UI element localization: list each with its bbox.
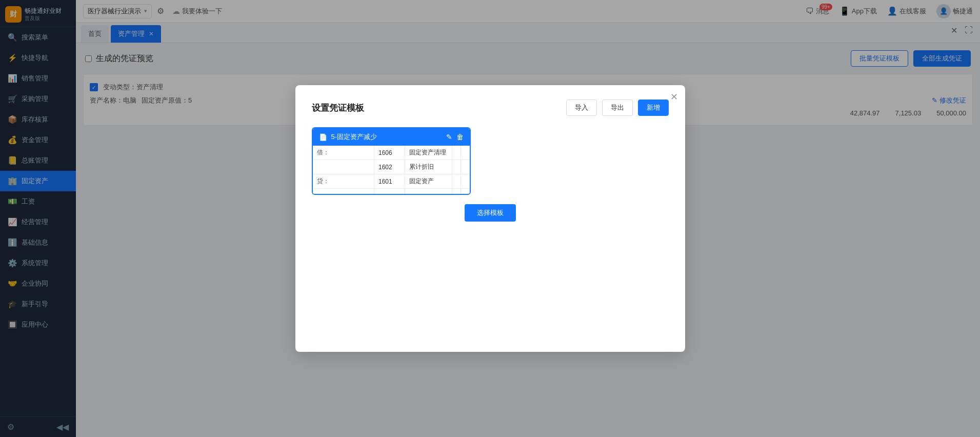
modal-header: 设置凭证模板 导入 导出 新增 bbox=[312, 100, 669, 116]
template-card-body: 借： 1606 固定资产清理 1602 累计折旧 贷： bbox=[313, 146, 470, 194]
new-btn[interactable]: 新增 bbox=[638, 100, 669, 116]
modal-header-actions: 导入 导出 新增 bbox=[566, 100, 669, 116]
template-edit-icon[interactable]: ✎ bbox=[446, 133, 452, 141]
entry-account: 累计折旧 bbox=[405, 160, 452, 174]
template-card-title: 5-固定资产减少 bbox=[331, 132, 377, 142]
entry-code: 1606 bbox=[374, 146, 405, 160]
template-card-title-area: 📄 5-固定资产减少 bbox=[319, 132, 377, 142]
entry-account: 固定资产清理 bbox=[405, 146, 452, 160]
table-row: 1602 累计折旧 bbox=[313, 160, 470, 174]
table-row bbox=[313, 189, 470, 194]
select-template-btn[interactable]: 选择模板 bbox=[465, 204, 516, 222]
template-doc-icon: 📄 bbox=[319, 133, 327, 141]
entry-debit bbox=[452, 189, 461, 194]
entry-code: 1602 bbox=[374, 160, 405, 174]
template-table: 借： 1606 固定资产清理 1602 累计折旧 贷： bbox=[313, 146, 470, 194]
entry-direction: 借： bbox=[313, 146, 374, 160]
entry-debit bbox=[452, 160, 461, 174]
entry-direction bbox=[313, 189, 374, 194]
entry-credit bbox=[461, 146, 470, 160]
modal-close-btn[interactable]: ✕ bbox=[670, 92, 678, 102]
template-card-actions: ✎ 🗑 bbox=[446, 133, 464, 141]
entry-credit bbox=[461, 189, 470, 194]
entry-code: 1601 bbox=[374, 174, 405, 189]
entry-debit bbox=[452, 174, 461, 189]
entry-credit bbox=[461, 160, 470, 174]
import-btn[interactable]: 导入 bbox=[566, 100, 597, 116]
entry-direction: 贷： bbox=[313, 174, 374, 189]
modal-title: 设置凭证模板 bbox=[312, 102, 364, 114]
template-card: 📄 5-固定资产减少 ✎ 🗑 借： 1606 固定资产清理 bbox=[312, 127, 471, 195]
export-btn[interactable]: 导出 bbox=[602, 100, 633, 116]
entry-account: 固定资产 bbox=[405, 174, 452, 189]
modal-set-voucher-template: ✕ 设置凭证模板 导入 导出 新增 📄 5-固定资产减少 ✎ 🗑 借： bbox=[295, 85, 685, 352]
table-row: 贷： 1601 固定资产 bbox=[313, 174, 470, 189]
table-row: 借： 1606 固定资产清理 bbox=[313, 146, 470, 160]
entry-code bbox=[374, 189, 405, 194]
template-card-header: 📄 5-固定资产减少 ✎ 🗑 bbox=[313, 128, 470, 146]
entry-credit bbox=[461, 174, 470, 189]
entry-account bbox=[405, 189, 452, 194]
template-delete-icon[interactable]: 🗑 bbox=[456, 133, 464, 141]
entry-direction bbox=[313, 160, 374, 174]
entry-debit bbox=[452, 146, 461, 160]
